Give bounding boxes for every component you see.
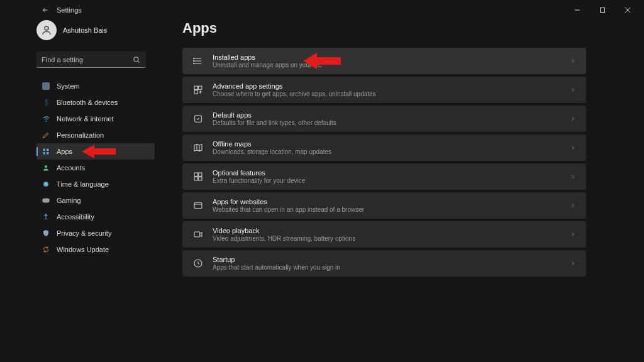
profile-block[interactable]: Ashutosh Bais: [36, 20, 155, 52]
accessibility-icon: [42, 212, 50, 221]
clock-icon: [42, 180, 50, 189]
default-apps-icon: [192, 113, 204, 124]
svg-rect-17: [194, 86, 197, 89]
nav-network[interactable]: Network & internet: [36, 111, 155, 127]
card-sub: Websites that can open in an app instead…: [213, 206, 364, 213]
card-title: Startup: [213, 256, 340, 263]
back-button[interactable]: [36, 1, 54, 19]
minimize-button[interactable]: [565, 1, 590, 19]
nav-system[interactable]: System: [36, 78, 155, 94]
window-title: Settings: [57, 6, 82, 14]
svg-point-1: [45, 26, 48, 30]
video-icon: [192, 229, 204, 240]
chevron-right-icon: [570, 202, 576, 209]
nav-bluetooth[interactable]: Bluetooth & devices: [36, 94, 155, 111]
svg-rect-0: [601, 8, 605, 13]
sidebar: Ashutosh Bais System Bluetooth & devices…: [36, 20, 155, 277]
card-title: Advanced app settings: [213, 82, 376, 90]
brush-icon: [42, 131, 50, 140]
chevron-right-icon: [570, 145, 576, 151]
nav-apps[interactable]: Apps: [36, 143, 155, 160]
search-icon: [132, 55, 141, 64]
installed-apps-icon: [192, 55, 204, 67]
avatar: [36, 20, 57, 40]
svg-rect-22: [199, 173, 202, 176]
nav-label: Apps: [57, 148, 72, 155]
card-video-playback[interactable]: Video playback Video adjustments, HDR st…: [182, 221, 586, 248]
svg-rect-24: [199, 177, 202, 180]
nav-privacy[interactable]: Privacy & security: [36, 225, 155, 241]
nav-list: System Bluetooth & devices Network & int…: [36, 78, 155, 258]
shield-icon: [42, 229, 50, 238]
nav-label: Accessibility: [57, 213, 94, 221]
svg-marker-8: [82, 145, 116, 158]
svg-rect-7: [47, 152, 49, 155]
card-title: Default apps: [213, 111, 336, 119]
card-offline-maps[interactable]: Offline maps Downloads, storage location…: [182, 134, 586, 161]
system-icon: [42, 82, 50, 90]
chevron-right-icon: [570, 173, 576, 180]
profile-name: Ashutosh Bais: [63, 26, 107, 34]
svg-rect-19: [194, 90, 197, 94]
nav-time[interactable]: Time & language: [36, 176, 155, 192]
svg-point-3: [45, 121, 46, 121]
card-title: Video playback: [213, 227, 355, 234]
card-sub: Choose where to get apps, archive apps, …: [213, 90, 376, 97]
card-advanced-app-settings[interactable]: Advanced app settings Choose where to ge…: [182, 77, 586, 103]
search-input[interactable]: [42, 56, 132, 63]
card-sub: Uninstall and manage apps on your PC: [213, 62, 322, 69]
svg-rect-11: [42, 199, 50, 203]
nav-personalization[interactable]: Personalization: [36, 127, 155, 143]
card-optional-features[interactable]: Optional features Extra functionality fo…: [182, 163, 586, 190]
settings-list: Installed apps Uninstall and manage apps…: [182, 48, 586, 277]
svg-rect-6: [43, 152, 46, 155]
svg-point-2: [134, 57, 138, 61]
svg-rect-21: [194, 173, 197, 176]
apps-icon: [42, 147, 50, 156]
nav-label: Bluetooth & devices: [57, 99, 118, 106]
card-apps-for-websites[interactable]: Apps for websites Websites that can open…: [182, 192, 586, 219]
nav-update[interactable]: Windows Update: [36, 241, 155, 258]
chevron-right-icon: [570, 58, 576, 64]
maps-icon: [192, 142, 204, 153]
svg-rect-18: [199, 86, 202, 89]
maximize-button[interactable]: [590, 1, 615, 19]
page-title: Apps: [182, 20, 586, 36]
nav-accounts[interactable]: Accounts: [36, 160, 155, 176]
nav-label: System: [57, 82, 80, 90]
card-title: Apps for websites: [213, 198, 364, 206]
card-title: Installed apps: [213, 53, 322, 61]
card-sub: Downloads, storage location, map updates: [213, 148, 331, 155]
chevron-right-icon: [570, 116, 576, 122]
svg-rect-25: [194, 202, 202, 208]
card-sub: Video adjustments, HDR streaming, batter…: [213, 235, 355, 242]
svg-point-15: [194, 63, 194, 63]
card-installed-apps[interactable]: Installed apps Uninstall and manage apps…: [182, 48, 586, 74]
card-sub: Extra functionality for your device: [213, 177, 305, 184]
svg-point-14: [194, 60, 194, 61]
nav-label: Network & internet: [57, 115, 113, 123]
svg-point-13: [194, 58, 194, 58]
chevron-right-icon: [570, 260, 576, 266]
nav-label: Time & language: [57, 180, 109, 188]
card-title: Offline maps: [213, 140, 331, 148]
optional-icon: [192, 171, 204, 182]
search-box[interactable]: [36, 52, 146, 68]
advanced-icon: [192, 84, 204, 96]
chevron-right-icon: [570, 231, 576, 238]
svg-rect-23: [194, 177, 197, 180]
card-startup[interactable]: Startup Apps that start automatically wh…: [182, 250, 586, 277]
card-sub: Apps that start automatically when you s…: [213, 264, 340, 271]
wifi-icon: [42, 114, 50, 123]
svg-rect-26: [194, 232, 200, 237]
web-apps-icon: [192, 200, 204, 211]
nav-gaming[interactable]: Gaming: [36, 192, 155, 209]
annotation-arrow-nav: [82, 143, 116, 160]
startup-icon: [192, 258, 204, 269]
bluetooth-icon: [42, 98, 50, 107]
nav-label: Windows Update: [57, 246, 109, 253]
nav-accessibility[interactable]: Accessibility: [36, 209, 155, 225]
close-button[interactable]: [615, 1, 640, 19]
card-default-apps[interactable]: Default apps Defaults for file and link …: [182, 106, 586, 132]
svg-rect-5: [47, 149, 49, 151]
